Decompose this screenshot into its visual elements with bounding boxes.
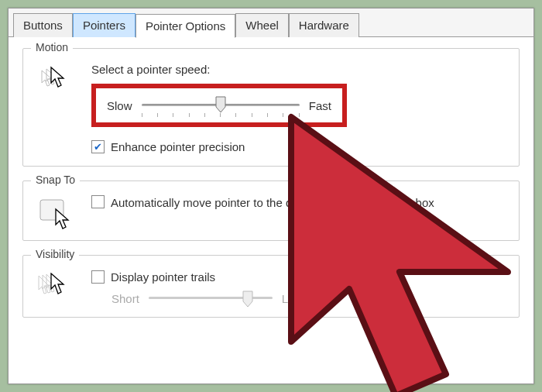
snapto-title: Snap To — [31, 174, 80, 186]
tab-pointer-options[interactable]: Pointer Options — [136, 14, 235, 38]
pointer-trails-label: Display pointer trails — [111, 270, 215, 285]
trail-long-label: Long — [282, 292, 307, 305]
tab-pointers[interactable]: Pointers — [73, 13, 136, 37]
snapto-label: Automatically move pointer to the defaul… — [111, 195, 434, 211]
slow-label: Slow — [107, 99, 132, 112]
trails-icon — [34, 270, 81, 304]
motion-cursor-icon — [34, 63, 81, 92]
pointer-trails-slider — [149, 291, 273, 306]
trail-short-label: Short — [111, 292, 139, 305]
snapto-group: Snap To Automatically move pointer to th… — [22, 181, 520, 241]
tab-bar: Buttons Pointers Pointer Options Wheel H… — [9, 9, 533, 37]
enhance-precision-label: Enhance pointer precision — [111, 139, 245, 155]
tab-hardware[interactable]: Hardware — [289, 13, 359, 37]
tab-buttons[interactable]: Buttons — [13, 13, 73, 37]
motion-group: Motion Select a pointer speed: Slow — [22, 48, 520, 167]
snapto-icon — [34, 195, 81, 229]
visibility-title: Visibility — [31, 248, 79, 260]
fast-label: Fast — [309, 99, 331, 112]
pointer-trails-checkbox[interactable] — [91, 270, 105, 284]
tab-wheel[interactable]: Wheel — [235, 13, 289, 37]
trail-slider-thumb — [242, 291, 253, 308]
snapto-checkbox[interactable] — [91, 195, 105, 208]
enhance-precision-checkbox[interactable] — [91, 140, 105, 153]
visibility-group: Visibility Display point — [22, 255, 520, 318]
pointer-speed-slider[interactable] — [142, 96, 300, 115]
motion-title: Motion — [31, 41, 73, 53]
pointer-speed-label: Select a pointer speed: — [91, 63, 508, 76]
mouse-properties-window: Buttons Pointers Pointer Options Wheel H… — [8, 8, 534, 384]
slider-thumb[interactable] — [215, 96, 226, 113]
speed-slider-highlight: Slow Fast — [91, 84, 347, 127]
pointer-options-panel: Motion Select a pointer speed: Slow — [9, 36, 533, 328]
